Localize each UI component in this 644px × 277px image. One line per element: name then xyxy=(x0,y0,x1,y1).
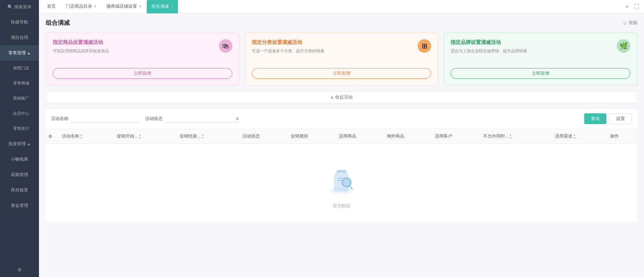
video-button[interactable]: ▷ 视频 xyxy=(624,20,637,26)
sidebar-search-label: 搜索菜单 xyxy=(14,4,32,9)
table-head: ⚙活动名称▲▼促销开始...▲▼促销结束...▲▼活动状态促销规则适用商品例外商… xyxy=(46,129,637,144)
sidebar-item-member-center[interactable]: 会员中心 xyxy=(0,106,39,121)
activity-name-input[interactable] xyxy=(71,115,138,123)
card-title: 指定分类设置满减活动 xyxy=(252,39,431,46)
sidebar-item-wholesale-mgmt[interactable]: 批发管理▲ xyxy=(0,136,39,152)
tabs-container: 首页门店商品目录×微商城店铺设置×组合满减× xyxy=(42,0,178,13)
tab-close-icon[interactable]: × xyxy=(139,4,141,9)
page-header: 组合满减 ▷ 视频 xyxy=(46,19,637,27)
th-apply-channel[interactable]: 适用渠道▲▼ xyxy=(552,129,607,144)
activity-status-filter: 活动状态 ∨ xyxy=(145,115,239,123)
search-icon: 🔍 xyxy=(7,4,13,9)
th-promo-start[interactable]: 促销开始...▲▼ xyxy=(114,129,177,144)
sidebar-item-inventory-calc[interactable]: 库存核算 xyxy=(0,182,39,198)
th-apply-customers: 适用客户 xyxy=(432,129,480,144)
data-table: ⚙活动名称▲▼促销开始...▲▼促销结束...▲▼活动状态促销规则适用商品例外商… xyxy=(46,129,637,222)
card-category: 指定分类设置满减活动 可选一个或者多个分类，提升分类的销量 ⊞ 立即新增 xyxy=(245,32,439,86)
page-title: 组合满减 xyxy=(46,19,70,27)
th-except-products: 例外商品 xyxy=(384,129,432,144)
activity-status-select[interactable]: ∨ xyxy=(165,115,239,123)
sidebar-item-fund-mgmt[interactable]: 资金管理 xyxy=(0,198,39,213)
card-add-button[interactable]: 立即新增 xyxy=(451,68,630,79)
th-activity-name[interactable]: 活动名称▲▼ xyxy=(59,129,114,144)
sort-arrows: ▲▼ xyxy=(509,133,512,140)
th-activity-status: 活动状态 xyxy=(240,129,288,144)
sidebar-item-retail-mgmt[interactable]: 零售管理▲ xyxy=(0,45,39,61)
sidebar-item-smart-store[interactable]: 智慧门店 xyxy=(0,61,39,76)
tab-combo-discount[interactable]: 组合满减× xyxy=(147,0,178,13)
tab-label: 门店商品目录 xyxy=(66,3,92,9)
table-wrap: ⚙活动名称▲▼促销开始...▲▼促销结束...▲▼活动状态促销规则适用商品例外商… xyxy=(46,129,637,222)
arrow-icon: ▲ xyxy=(27,142,31,146)
tab-store-catalog[interactable]: 门店商品目录× xyxy=(61,0,101,13)
tab-label: 组合满减 xyxy=(151,3,169,9)
collapse-bar[interactable]: ∧ 收起活动 xyxy=(46,91,637,103)
chevron-down-icon: ∨ xyxy=(236,116,239,121)
sort-arrows: ▲▼ xyxy=(139,133,141,140)
sidebar-item-xiaochang-ec[interactable]: 小畅电商 xyxy=(0,152,39,167)
play-icon: ▷ xyxy=(624,20,627,25)
card-title: 指定品牌设置满减活动 xyxy=(451,39,630,46)
svg-rect-3 xyxy=(337,170,346,173)
sidebar-item-label: 项目合同 xyxy=(11,35,28,41)
th-apply-products: 适用商品 xyxy=(336,129,384,144)
collapse-icon: ∧ xyxy=(330,95,334,100)
sidebar-item-label: 资金管理 xyxy=(11,203,28,209)
empty-text: 暂无数据 xyxy=(333,203,350,209)
sidebar-item-label: 采购管理 xyxy=(11,172,28,178)
query-button[interactable]: 查询 xyxy=(584,113,606,124)
sidebar-item-project-contract[interactable]: 项目合同 xyxy=(0,30,39,45)
sidebar-search[interactable]: 🔍 搜索菜单 xyxy=(0,0,39,14)
sidebar-item-marketing[interactable]: 营销推广 xyxy=(0,91,39,106)
card-brand: 指定品牌设置满减活动 适合与上游企业联合做营销，提升品牌销量 🌿 立即新增 xyxy=(444,32,637,86)
card-desc: 适合与上游企业联合做营销，提升品牌销量 xyxy=(451,48,630,63)
card-add-button[interactable]: 立即新增 xyxy=(252,68,431,79)
tab-wechat-store-settings[interactable]: 微商城店铺设置× xyxy=(102,0,146,13)
filter-buttons: 查询 设置 xyxy=(584,113,632,124)
empty-state: 暂无数据 xyxy=(46,144,637,222)
sidebar-item-quick-nav[interactable]: 快捷导航 xyxy=(0,14,39,30)
sidebar-item-label: 小畅电商 xyxy=(11,156,28,162)
svg-rect-8 xyxy=(337,180,342,181)
card-icon: 🌿 xyxy=(617,39,630,53)
th-operations: 操作 xyxy=(607,129,637,144)
sidebar-item-label: 零售管理 xyxy=(8,50,26,56)
tab-home[interactable]: 首页 xyxy=(42,0,60,13)
tab-label: 首页 xyxy=(47,3,56,9)
sidebar-item-retail-mall[interactable]: 零售商城 xyxy=(0,76,39,91)
card-desc: 可指定滞销商品或库存较多商品 xyxy=(53,48,232,63)
th-gear: ⚙ xyxy=(46,129,59,144)
close-window-icon[interactable]: × xyxy=(624,2,630,11)
sidebar-item-retail-stats[interactable]: 零售统计 xyxy=(0,121,39,136)
table-body: 暂无数据 xyxy=(46,144,637,222)
sidebar: 🔍 搜索菜单 快捷导航项目合同零售管理▲智慧门店零售商城营销推广会员中心零售统计… xyxy=(0,0,39,277)
sidebar-items: 快捷导航项目合同零售管理▲智慧门店零售商城营销推广会员中心零售统计批发管理▲小畅… xyxy=(0,14,39,213)
sidebar-item-label: 快捷导航 xyxy=(11,19,28,25)
filter-row: 活动名称 活动状态 ∨ 查询 设置 xyxy=(46,109,637,129)
sidebar-item-label: 会员中心 xyxy=(13,111,29,116)
sort-arrows: ▲▼ xyxy=(201,133,204,140)
sidebar-item-label: 零售商城 xyxy=(13,80,29,86)
card-add-button[interactable]: 立即新增 xyxy=(53,68,232,79)
sidebar-item-label: 智慧门店 xyxy=(13,65,29,71)
tab-label: 微商城店铺设置 xyxy=(106,3,137,9)
settings-button[interactable]: 设置 xyxy=(609,113,632,124)
activity-name-label: 活动名称 xyxy=(51,116,68,122)
tab-close-icon[interactable]: × xyxy=(94,4,96,9)
empty-state-cell: 暂无数据 xyxy=(46,144,637,222)
main-area: 首页门店商品目录×微商城店铺设置×组合满减× × ⛶ 组合满减 ▷ 视频 指定商… xyxy=(39,0,644,277)
th-promo-rule: 促销规则 xyxy=(288,129,336,144)
card-icon: 🛍 xyxy=(219,39,232,53)
tabbar: 首页门店商品目录×微商城店铺设置×组合满减× × ⛶ xyxy=(39,0,644,13)
svg-line-6 xyxy=(349,186,352,189)
fullscreen-icon[interactable]: ⛶ xyxy=(633,2,641,11)
sidebar-item-label: 库存核算 xyxy=(11,187,28,193)
tab-close-icon[interactable]: × xyxy=(171,4,173,9)
empty-illustration xyxy=(325,164,358,198)
th-promo-end[interactable]: 促销结束...▲▼ xyxy=(177,129,240,144)
sidebar-item-purchase-mgmt[interactable]: 采购管理 xyxy=(0,167,39,182)
tabbar-right: × ⛶ xyxy=(624,2,641,11)
sidebar-settings-icon[interactable]: ⚙ xyxy=(0,262,39,277)
activity-name-filter: 活动名称 xyxy=(51,115,138,123)
th-no-concur[interactable]: 不允许同时...▲▼ xyxy=(480,129,552,144)
